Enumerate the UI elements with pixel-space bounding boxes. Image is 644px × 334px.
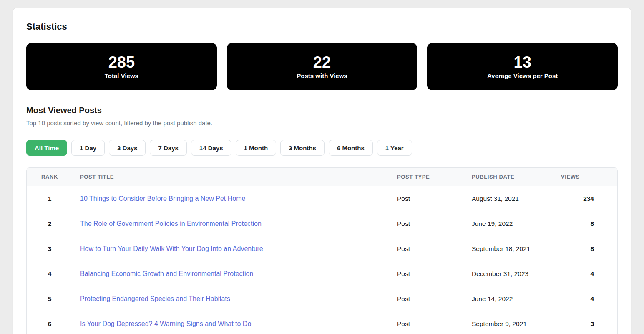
filter-all-time[interactable]: All Time [26,140,67,156]
column-header-title: Post Title [73,168,397,186]
stat-value: 13 [514,53,531,71]
post-type-cell: Post [397,286,472,311]
post-title-link[interactable]: The Role of Government Policies in Envir… [80,220,262,227]
most-viewed-subtitle: Top 10 posts sorted by view count, filte… [26,119,618,127]
table-row: 1 10 Things to Consider Before Bringing … [27,186,617,211]
filter-14-days[interactable]: 14 Days [191,140,231,156]
rank-cell: 3 [27,236,73,261]
table-header-row: Rank Post Title Post Type Publish Date V… [27,168,617,186]
column-header-views: Views [561,168,617,186]
rank-cell: 6 [27,311,73,334]
post-title-link[interactable]: Balancing Economic Growth and Environmen… [80,270,253,277]
post-type-cell: Post [397,186,472,211]
stat-label: Total Views [105,72,138,80]
filter-1-day[interactable]: 1 Day [71,140,105,156]
post-type-cell: Post [397,311,472,334]
rank-cell: 2 [27,211,73,236]
rank-cell: 4 [27,261,73,286]
filter-1-year[interactable]: 1 Year [377,140,412,156]
filter-3-months[interactable]: 3 Months [280,140,325,156]
column-header-type: Post Type [397,168,472,186]
views-cell: 8 [561,211,617,236]
post-type-cell: Post [397,261,472,286]
rank-cell: 1 [27,186,73,211]
post-title-link[interactable]: How to Turn Your Daily Walk With Your Do… [80,245,263,252]
post-type-cell: Post [397,211,472,236]
filter-7-days[interactable]: 7 Days [150,140,186,156]
publish-date-cell: June 19, 2022 [472,211,561,236]
post-title-link[interactable]: Is Your Dog Depressed? 4 Warning Signs a… [80,320,251,327]
stat-value: 285 [108,53,135,71]
table-row: 4 Balancing Economic Growth and Environm… [27,261,617,286]
page-title: Statistics [26,20,618,33]
stat-card-total-views: 285 Total Views [26,43,217,90]
statistics-panel: Statistics 285 Total Views 22 Posts with… [13,8,631,334]
date-filter-group: All Time 1 Day 3 Days 7 Days 14 Days 1 M… [26,140,618,156]
post-title-link[interactable]: 10 Things to Consider Before Bringing a … [80,195,245,202]
table-row: 2 The Role of Government Policies in Env… [27,211,617,236]
views-cell: 4 [561,261,617,286]
column-header-rank: Rank [27,168,73,186]
views-cell: 8 [561,236,617,261]
views-cell: 234 [561,186,617,211]
most-viewed-table: Rank Post Title Post Type Publish Date V… [26,167,618,334]
table-row: 3 How to Turn Your Daily Walk With Your … [27,236,617,261]
publish-date-cell: September 18, 2021 [472,236,561,261]
filter-1-month[interactable]: 1 Month [236,140,277,156]
stats-row: 285 Total Views 22 Posts with Views 13 A… [26,43,618,90]
publish-date-cell: August 31, 2021 [472,186,561,211]
publish-date-cell: June 14, 2022 [472,286,561,311]
publish-date-cell: December 31, 2023 [472,261,561,286]
stat-card-average-views: 13 Average Views per Post [427,43,618,90]
rank-cell: 5 [27,286,73,311]
post-title-link[interactable]: Protecting Endangered Species and Their … [80,295,230,302]
stat-label: Average Views per Post [487,72,558,80]
table-row: 6 Is Your Dog Depressed? 4 Warning Signs… [27,311,617,334]
column-header-date: Publish Date [472,168,561,186]
stat-label: Posts with Views [297,72,347,80]
post-type-cell: Post [397,236,472,261]
filter-6-months[interactable]: 6 Months [329,140,373,156]
views-cell: 3 [561,311,617,334]
views-cell: 4 [561,286,617,311]
filter-3-days[interactable]: 3 Days [109,140,146,156]
table-row: 5 Protecting Endangered Species and Thei… [27,286,617,311]
stat-value: 22 [313,53,331,71]
most-viewed-title: Most Viewed Posts [26,104,618,116]
stat-card-posts-with-views: 22 Posts with Views [227,43,418,90]
publish-date-cell: September 9, 2021 [472,311,561,334]
